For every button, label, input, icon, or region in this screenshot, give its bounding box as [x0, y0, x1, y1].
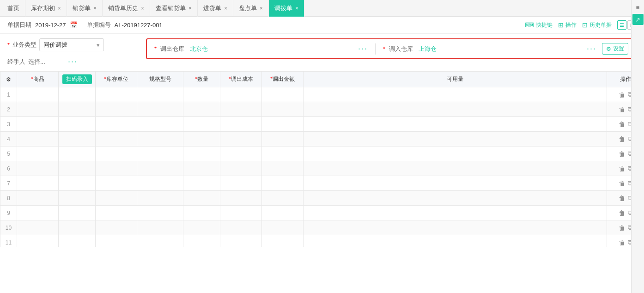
warehouse-out-required: * [154, 45, 157, 52]
row-qty [183, 206, 220, 220]
row-number: 5 [0, 146, 17, 161]
tab-close-sales[interactable]: × [93, 5, 97, 12]
delete-icon[interactable]: 🗑 [619, 121, 625, 128]
row-amount [262, 220, 304, 235]
row-amount [262, 191, 304, 206]
history-button[interactable]: ⊡ 历史单据 [582, 21, 612, 29]
row-scan-placeholder [59, 176, 96, 191]
person-input[interactable] [28, 58, 65, 65]
settings-button[interactable]: ⚙ 设置 [602, 43, 628, 55]
row-product[interactable] [17, 161, 59, 176]
tab-close-history[interactable]: × [141, 5, 144, 12]
form-header: 单据日期 2019-12-27 📅 单据编号 AL-20191227-001 ⌨… [0, 17, 644, 34]
tab-inventory-init[interactable]: 库存期初 × [25, 0, 67, 17]
table-row: 4 🗑 ⧉ [0, 132, 644, 146]
row-spec [137, 146, 183, 161]
row-product[interactable] [17, 235, 59, 247]
delete-icon[interactable]: 🗑 [619, 106, 625, 113]
tab-close-stock[interactable]: × [260, 5, 263, 12]
row-available [304, 206, 607, 220]
row-spec [137, 191, 183, 206]
tab-stock-check[interactable]: 盘点单 × [233, 0, 269, 17]
layout-btn-list[interactable]: ☰ [617, 20, 626, 30]
col-amount: *调出金额 [262, 72, 304, 87]
row-spec [137, 206, 183, 220]
row-cost [220, 206, 262, 220]
row-scan-placeholder [59, 102, 96, 117]
row-product[interactable] [17, 132, 59, 146]
row-available [304, 235, 607, 247]
tab-close-transfer[interactable]: × [295, 5, 298, 12]
sidebar-export-icon[interactable]: ↗ [632, 14, 644, 25]
row-product[interactable] [17, 146, 59, 161]
calendar-icon[interactable]: 📅 [70, 21, 78, 29]
delete-icon[interactable]: 🗑 [619, 209, 625, 217]
tab-view-sales[interactable]: 查看销货单 × [150, 0, 198, 17]
scan-button[interactable]: 扫码录入 [62, 74, 92, 84]
date-value: 2019-12-27 [35, 22, 66, 29]
row-available [304, 176, 607, 191]
row-product[interactable] [17, 176, 59, 191]
row-available [304, 132, 607, 146]
row-unit [96, 117, 137, 132]
table-row: 11 🗑 ⧉ [0, 235, 644, 247]
row-amount [262, 132, 304, 146]
warehouse-divider [375, 43, 376, 55]
tab-transfer-order[interactable]: 调拨单 × [269, 0, 304, 17]
table-row: 6 🗑 ⧉ [0, 161, 644, 176]
row-number: 11 [0, 235, 17, 247]
row-product[interactable] [17, 191, 59, 206]
row-qty [183, 235, 220, 247]
tab-close-view-sales[interactable]: × [188, 5, 192, 12]
warehouse-in-more-icon[interactable]: ··· [587, 44, 596, 54]
row-product[interactable] [17, 206, 59, 220]
warehouse-out-more-icon[interactable]: ··· [358, 44, 368, 54]
row-product[interactable] [17, 87, 59, 102]
row-number: 7 [0, 176, 17, 191]
row-available [304, 146, 607, 161]
row-spec [137, 220, 183, 235]
biz-type-select[interactable]: 同价调拨 ▾ [39, 38, 104, 51]
delete-icon[interactable]: 🗑 [619, 239, 625, 246]
delete-icon[interactable]: 🗑 [619, 165, 625, 172]
col-scan: 扫码录入 [59, 72, 96, 87]
tab-close-inventory[interactable]: × [58, 5, 61, 12]
row-amount [262, 117, 304, 132]
delete-icon[interactable]: 🗑 [619, 224, 625, 232]
delete-icon[interactable]: 🗑 [619, 91, 625, 98]
sidebar-list-icon[interactable]: ≡ [632, 2, 644, 13]
col-product: *商品 [17, 72, 59, 87]
row-product[interactable] [17, 102, 59, 117]
row-scan-placeholder [59, 206, 96, 220]
tab-purchase-order[interactable]: 进货单 × [198, 0, 233, 17]
delete-icon[interactable]: 🗑 [619, 180, 625, 187]
tab-close-purchase[interactable]: × [224, 5, 227, 12]
row-product[interactable] [17, 117, 59, 132]
main-table: ⚙ *商品 扫码录入 *库存单位 规格型号 *数量 *调出成本 [0, 71, 644, 247]
tab-sales-history[interactable]: 销货单历史 × [103, 0, 150, 17]
delete-icon[interactable]: 🗑 [619, 135, 625, 143]
person-more-icon[interactable]: ··· [68, 57, 78, 67]
tab-home[interactable]: 首页 [2, 0, 25, 17]
table-row: 3 🗑 ⧉ [0, 117, 644, 132]
row-product[interactable] [17, 220, 59, 235]
row-amount [262, 102, 304, 117]
row-qty [183, 191, 220, 206]
shortcuts-button[interactable]: ⌨ 快捷键 [525, 21, 553, 29]
delete-icon[interactable]: 🗑 [619, 150, 625, 158]
table-header-row: ⚙ *商品 扫码录入 *库存单位 规格型号 *数量 *调出成本 [0, 72, 644, 87]
form-header-left: 单据日期 2019-12-27 📅 单据编号 AL-20191227-001 [7, 21, 516, 29]
delete-icon[interactable]: 🗑 [619, 195, 625, 202]
chevron-down-icon: ▾ [97, 42, 100, 49]
row-scan-placeholder [59, 235, 96, 247]
operations-button[interactable]: ⊞ 操作 [558, 21, 577, 29]
number-value: AL-20191227-001 [115, 22, 163, 29]
tab-sales-order[interactable]: 销货单 × [67, 0, 103, 17]
row-unit [96, 220, 137, 235]
warehouse-out-value: 北京仓 [190, 45, 208, 53]
col-gear[interactable]: ⚙ [0, 72, 17, 87]
biz-type-value: 同价调拨 [43, 41, 94, 49]
row-cost [220, 146, 262, 161]
row-number: 10 [0, 220, 17, 235]
number-label: 单据编号 [87, 21, 111, 29]
